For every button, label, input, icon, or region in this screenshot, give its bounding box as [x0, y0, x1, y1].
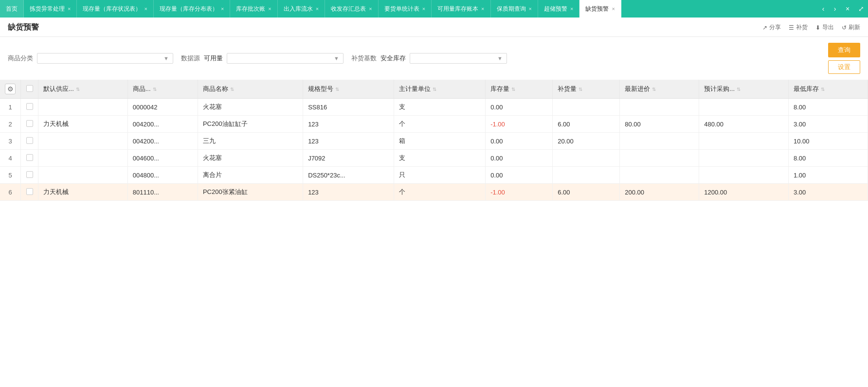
- stock-cell: 0.00: [486, 150, 553, 167]
- supplier-sort-icon: ⇅: [76, 87, 80, 92]
- row-checkbox[interactable]: [26, 103, 33, 110]
- col-stock-header[interactable]: 库存量 ⇅: [486, 80, 553, 99]
- replenish-sort-icon: ⇅: [579, 87, 582, 92]
- tab-avail[interactable]: 可用量库存账本 ×: [432, 0, 490, 18]
- close-tab-over[interactable]: ×: [570, 6, 573, 12]
- col-checkbox-header: [21, 80, 38, 99]
- table-row: 6力天机械801110...PC200张紧油缸123个-1.006.00200.…: [0, 184, 868, 201]
- row-checkbox[interactable]: [26, 171, 33, 178]
- min-stock-cell: 1.00: [788, 167, 868, 184]
- col-supplier-header[interactable]: 默认供应... ⇅: [38, 80, 128, 99]
- page-title: 缺货预警: [8, 22, 39, 33]
- col-replenish-header[interactable]: 补货量 ⇅: [553, 80, 620, 99]
- datasource-select[interactable]: ▼: [227, 53, 344, 64]
- close-tab-inout[interactable]: ×: [316, 6, 319, 12]
- datasource-label: 数据源: [181, 54, 200, 63]
- stock-cell: -1.00: [486, 184, 553, 201]
- product-code-cell: 004200...: [127, 133, 198, 150]
- close-all-btn[interactable]: ×: [841, 0, 854, 18]
- header-actions: ↗ 分享 ☰ 补货 ⬇ 导出 ↺ 刷新: [762, 23, 860, 32]
- col-product-code-header[interactable]: 商品... ⇅: [127, 80, 198, 99]
- product-code-cell: 004200...: [127, 116, 198, 133]
- tab-recv[interactable]: 收发存汇总表 ×: [325, 0, 378, 18]
- share-action[interactable]: ↗ 分享: [762, 23, 781, 32]
- tab-exc[interactable]: 拣货异常处理 ×: [24, 0, 77, 18]
- close-tab-expire[interactable]: ×: [529, 6, 532, 12]
- unit-cell: 只: [394, 167, 486, 184]
- col-min-stock-header[interactable]: 最低库存 ⇅: [788, 80, 868, 99]
- tab-batch[interactable]: 库存批次账 ×: [230, 0, 277, 18]
- col-product-name-header[interactable]: 商品名称 ⇅: [198, 80, 303, 99]
- unit-cell: 箱: [394, 133, 486, 150]
- tab-next-btn[interactable]: ›: [829, 0, 841, 18]
- close-tab-req[interactable]: ×: [422, 6, 425, 12]
- supplier-cell: [38, 99, 128, 116]
- tab-over[interactable]: 超储预警 ×: [538, 0, 579, 18]
- close-tab-inv1[interactable]: ×: [144, 6, 147, 12]
- latest-price-cell: 80.00: [620, 116, 699, 133]
- row-checkbox[interactable]: [26, 154, 33, 161]
- replenish-base-select[interactable]: ▼: [410, 53, 507, 64]
- datasource-chevron-icon: ▼: [334, 55, 339, 61]
- query-button[interactable]: 查询: [828, 43, 860, 57]
- close-tab-batch[interactable]: ×: [268, 6, 271, 12]
- row-num: 1: [0, 99, 21, 116]
- replenish-base-label: 补货基数: [351, 54, 377, 63]
- fullscreen-btn[interactable]: ⤢: [854, 0, 868, 18]
- table-row: 2力天机械004200...PC200油缸缸子123个-1.006.0080.0…: [0, 116, 868, 133]
- est-purchase-cell: 1200.00: [699, 184, 789, 201]
- tab-inout[interactable]: 出入库流水 ×: [278, 0, 325, 18]
- tab-req[interactable]: 要货单统计表 ×: [379, 0, 432, 18]
- datasource-value: 可用量: [204, 54, 223, 63]
- row-num: 3: [0, 133, 21, 150]
- row-checkbox[interactable]: [26, 120, 33, 127]
- close-tab-inv2[interactable]: ×: [221, 6, 224, 12]
- row-num: 5: [0, 167, 21, 184]
- col-unit-header[interactable]: 主计量单位 ⇅: [394, 80, 486, 99]
- tab-short[interactable]: 缺货预警 ×: [579, 0, 621, 18]
- filter-actions: 查询 设置: [828, 43, 860, 74]
- col-latest-price-header[interactable]: 最新进价 ⇅: [620, 80, 699, 99]
- product-name-cell: PC200油缸缸子: [198, 116, 303, 133]
- stock-cell: 0.00: [486, 167, 553, 184]
- tab-inv2[interactable]: 现存量（库存分布表） ×: [154, 0, 230, 18]
- column-settings-icon[interactable]: ⚙: [5, 84, 16, 94]
- product-code-cell: 004800...: [127, 167, 198, 184]
- category-select[interactable]: ▼: [37, 53, 173, 64]
- row-num: 6: [0, 184, 21, 201]
- refresh-action[interactable]: ↺ 刷新: [842, 23, 860, 32]
- product-name-cell: 三九: [198, 133, 303, 150]
- supplier-cell: [38, 167, 128, 184]
- data-table: ⚙ 默认供应... ⇅ 商品... ⇅: [0, 80, 868, 201]
- product-code-sort-icon: ⇅: [153, 87, 157, 92]
- settings-button[interactable]: 设置: [828, 60, 860, 74]
- spec-cell: DS250*23c...: [303, 167, 394, 184]
- spec-cell: 123: [303, 116, 394, 133]
- replenish-base-value: 安全库存: [380, 54, 406, 63]
- tab-expire[interactable]: 保质期查询 ×: [491, 0, 538, 18]
- close-tab-avail[interactable]: ×: [481, 6, 484, 12]
- product-code-cell: 801110...: [127, 184, 198, 201]
- col-est-purchase-header[interactable]: 预计采购... ⇅: [699, 80, 789, 99]
- tab-home[interactable]: 首页: [0, 0, 24, 18]
- tab-inv1[interactable]: 现存量（库存状况表） ×: [77, 0, 153, 18]
- col-settings-header: ⚙: [0, 80, 21, 99]
- export-action[interactable]: ⬇ 导出: [815, 23, 834, 32]
- replenish-cell: [553, 150, 620, 167]
- latest-price-cell: [620, 99, 699, 116]
- row-checkbox[interactable]: [26, 188, 33, 195]
- row-num: 4: [0, 150, 21, 167]
- spec-sort-icon: ⇅: [335, 87, 339, 92]
- tab-prev-btn[interactable]: ‹: [817, 0, 829, 18]
- col-spec-header[interactable]: 规格型号 ⇅: [303, 80, 394, 99]
- close-tab-exc[interactable]: ×: [68, 6, 71, 12]
- unit-sort-icon: ⇅: [433, 87, 436, 92]
- unit-cell: 支: [394, 150, 486, 167]
- close-tab-short[interactable]: ×: [612, 6, 615, 12]
- row-checkbox[interactable]: [26, 137, 33, 144]
- close-tab-recv[interactable]: ×: [369, 6, 372, 12]
- replenish-action[interactable]: ☰ 补货: [789, 23, 808, 32]
- select-all-checkbox[interactable]: [26, 85, 33, 92]
- est-purchase-cell: [699, 133, 789, 150]
- replenish-cell: 6.00: [553, 184, 620, 201]
